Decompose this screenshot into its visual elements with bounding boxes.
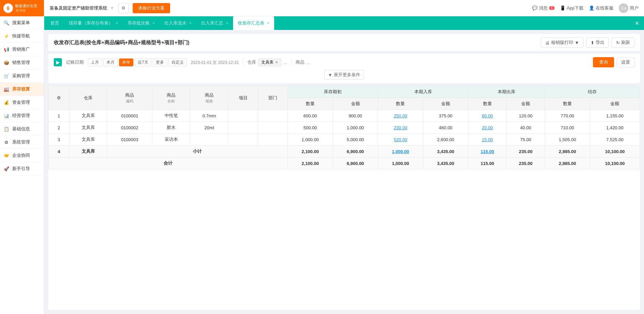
subtotal-closing-qty: 2,985.00 — [545, 146, 590, 158]
goods-filter: 商品 ... — [296, 59, 310, 65]
cell-opening-qty-0: 600.00 — [288, 110, 333, 122]
date-btn-this-year[interactable]: 本年 — [119, 59, 133, 66]
tab-label-inout-flow: 出入库流水 — [164, 20, 186, 26]
cell-out-amt-0: 120.00 — [507, 110, 545, 122]
subtotal-closing-amt: 10,100.00 — [590, 146, 640, 158]
cell-out-qty-0[interactable]: 80.00 — [468, 110, 507, 122]
tab-inout-summary[interactable]: 出入库汇总× — [196, 16, 233, 30]
cell-spec-1: 20ml — [190, 122, 229, 134]
cell-opening-qty-1: 500.00 — [288, 122, 333, 134]
cell-out-qty-2[interactable]: 15.00 — [468, 134, 507, 146]
sidebar-item-label-quick-nav: 快捷导航 — [12, 33, 30, 39]
sidebar-item-quick-nav[interactable]: ⚡ 快捷导航 — [0, 30, 44, 43]
warehouse-tag[interactable]: 文具库 ✕ — [258, 59, 281, 66]
sidebar-item-inventory[interactable]: 🏭 库存核算 — [0, 83, 44, 96]
cell-closing-amt-0: 1,155.00 — [590, 110, 640, 122]
print-btn[interactable]: 🖨 核销版打印 ▼ — [541, 37, 583, 48]
sidebar-item-label-sales: 销售管理 — [12, 60, 30, 66]
sidebar-item-purchase[interactable]: 🛒 采购管理 — [0, 69, 44, 83]
warehouse-filter: 仓库 文具库 ✕ ... — [247, 59, 287, 66]
table-row: 2 文具库 0100002 胶水 20ml 500.00 1,000.00 23… — [49, 122, 640, 134]
subtotal-opening-amt: 6,900.00 — [333, 146, 378, 158]
date-btn-custom[interactable]: 自定义 — [168, 59, 187, 66]
subtotal-in-qty[interactable]: 1,000.00 — [378, 146, 423, 158]
tabbar-close-btn[interactable]: ✕ — [631, 20, 643, 27]
filter-row: ▶ 记账日期 上月 本月 本年 近7天 更多 自定义 2023-01-01 至 … — [54, 57, 634, 67]
sidebar-item-operation[interactable]: 📊 经营管理 — [0, 109, 44, 122]
sidebar-item-finance[interactable]: 💰 资金管理 — [0, 96, 44, 109]
tab-close-recv-send-summary[interactable]: × — [267, 21, 269, 26]
page-header: 收发存汇总表(按仓库+商品编码+商品+规格型号+项目+部门) 🖨 核销版打印 ▼… — [48, 34, 640, 51]
col-in-header: 本期入库 — [378, 86, 468, 98]
finance-icon: 💰 — [3, 100, 10, 105]
col-dept-header: 部门 — [258, 86, 287, 110]
cell-in-amt-0: 375.00 — [423, 110, 468, 122]
warehouse-tag-close[interactable]: ✕ — [275, 60, 278, 65]
cell-in-qty-1[interactable]: 230.00 — [378, 122, 423, 134]
subtotal-out-qty[interactable]: 115.00 — [468, 146, 507, 158]
sidebar: 6 畅捷通好生意 标准版 🔍 搜索菜单 ⚡ 快捷导航 📢 营销推广 📦 销售管理… — [0, 0, 44, 314]
sidebar-item-system[interactable]: ⚙ 系统管理 — [0, 136, 44, 149]
system-icon: ⚙ — [3, 140, 10, 145]
app-download-label: App下载 — [567, 5, 583, 11]
sidebar-item-marketing[interactable]: 📢 营销推广 — [0, 43, 44, 56]
col-settings-icon[interactable]: ⚙ — [49, 86, 69, 110]
sidebar-item-search[interactable]: 🔍 搜索菜单 — [0, 16, 44, 30]
tab-inout-flow[interactable]: 出入库流水× — [160, 16, 196, 30]
warehouse-more[interactable]: ... — [283, 60, 287, 65]
refresh-btn[interactable]: ↻ 刷新 — [612, 37, 634, 48]
date-btn-prev-month[interactable]: 上月 — [88, 59, 102, 66]
message-btn[interactable]: 💬 消息 6 — [532, 5, 555, 11]
export-btn[interactable]: ⬆ 导出 — [586, 37, 609, 48]
experience-btn[interactable]: 体验行业方案 — [133, 3, 170, 13]
gear-button[interactable]: ⚙ — [118, 3, 129, 13]
tab-close-batch[interactable]: × — [152, 21, 155, 26]
user-btn[interactable]: Ea 用户 — [619, 3, 639, 13]
sidebar-item-guide[interactable]: 🚀 新手引导 — [0, 162, 44, 176]
tab-close-inventory-dist[interactable]: × — [116, 21, 118, 26]
tab-inventory-dist[interactable]: 现存量（库存分布表）× — [64, 16, 123, 30]
filter-expand-arrow[interactable]: ▶ — [54, 58, 62, 66]
cell-closing-qty-2: 1,505.00 — [545, 134, 590, 146]
tab-label-inout-summary: 出入库汇总 — [201, 20, 223, 26]
date-btn-more[interactable]: 更多 — [153, 59, 167, 66]
cell-opening-qty-2: 1,000.00 — [288, 134, 333, 146]
table-row: 3 文具库 0100003 采访本 1,000.00 5,000.00 520.… — [49, 134, 640, 146]
date-btn-7days[interactable]: 近7天 — [135, 59, 151, 66]
cell-out-qty-1[interactable]: 20.00 — [468, 122, 507, 134]
query-btn[interactable]: 查询 — [593, 57, 614, 67]
online-service-btn[interactable]: 👤 在线客服 — [589, 5, 613, 11]
cell-in-qty-2[interactable]: 520.00 — [378, 134, 423, 146]
search-icon: 🔍 — [3, 20, 10, 26]
tab-close-inout-flow[interactable]: × — [189, 21, 192, 26]
total-in-amt: 3,435.00 — [423, 158, 468, 169]
operation-icon: 📊 — [3, 113, 10, 118]
goods-more[interactable]: ... — [307, 60, 310, 65]
tab-home[interactable]: 首页 — [46, 16, 64, 30]
sidebar-item-basic[interactable]: 📋 基础信息 — [0, 122, 44, 136]
sidebar-item-sales[interactable]: 📦 销售管理 — [0, 56, 44, 69]
sidebar-item-collab[interactable]: 🤝 企业协同 — [0, 149, 44, 162]
print-dropdown-icon: ▼ — [575, 40, 579, 45]
marketing-icon: 📢 — [3, 47, 10, 52]
goods-label: 商品 — [296, 59, 304, 65]
cell-code-0: 0100001 — [107, 110, 152, 122]
purchase-icon: 🛒 — [3, 73, 10, 79]
page-title: 收发存汇总表(按仓库+商品编码+商品+规格型号+项目+部门) — [54, 39, 189, 46]
sidebar-item-label-search: 搜索菜单 — [12, 20, 30, 26]
tab-close-inout-summary[interactable]: × — [226, 21, 228, 26]
date-range-display: 2023-01-01 至 2023-12-31 — [191, 60, 239, 66]
col-opening-amt-header: 金额 — [333, 98, 378, 110]
app-download-btn[interactable]: 📱 App下载 — [560, 5, 583, 11]
expand-more-conditions[interactable]: ▼ 展开更多条件 — [324, 70, 364, 80]
subtotal-no: 4 — [49, 146, 69, 158]
tab-recv-send-summary[interactable]: 收发存汇总表× — [233, 16, 274, 30]
date-btn-this-month[interactable]: 本月 — [103, 59, 118, 66]
expand-label: 展开更多条件 — [334, 72, 360, 78]
tab-batch[interactable]: 库存批次账× — [123, 16, 160, 30]
cell-dept-1 — [258, 122, 287, 134]
cell-in-qty-0[interactable]: 250.00 — [378, 110, 423, 122]
tab-label-recv-send-summary: 收发存汇总表 — [238, 20, 264, 26]
cell-project-0 — [228, 110, 258, 122]
settings-btn[interactable]: 设置 — [617, 57, 634, 67]
